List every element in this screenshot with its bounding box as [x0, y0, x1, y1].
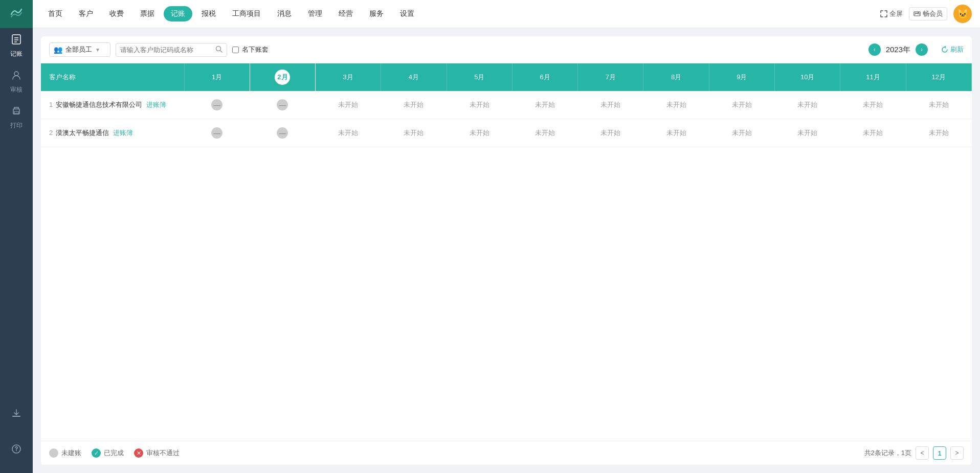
nav-management[interactable]: 管理 — [301, 6, 329, 21]
table-row: 2漠澳太平畅捷通信进账簿——未开始未开始未开始未开始未开始未开始未开始未开始未开… — [41, 119, 972, 147]
client-name: 安徽畅捷通信息技术有限公司 — [56, 101, 142, 108]
chevron-down-icon: ▼ — [95, 47, 100, 53]
total-records-text: 共2条记录，1页 — [864, 448, 911, 458]
legend-rejected-label: 审核不通过 — [146, 448, 180, 458]
review-icon — [11, 70, 22, 83]
user-avatar[interactable]: 🐱 — [953, 5, 972, 23]
status-dash-icon: — — [277, 99, 288, 110]
table-footer: 未建账 ✓ 已完成 ✕ 审核不通过 共2条记录，1页 < 1 > — [41, 441, 972, 465]
sidebar-item-support[interactable] — [0, 432, 33, 468]
nav-business[interactable]: 工商项目 — [225, 6, 268, 21]
status-dash-icon: — — [211, 127, 222, 139]
cell-mar-0: 未开始 — [316, 91, 381, 119]
row-index: 2 — [49, 129, 53, 137]
status-dash-icon: — — [211, 99, 222, 110]
cell-sep-0: 未开始 — [709, 91, 774, 119]
nav-message[interactable]: 消息 — [270, 6, 299, 21]
table-row: 1安徽畅捷通信息技术有限公司进账簿——未开始未开始未开始未开始未开始未开始未开始… — [41, 91, 972, 119]
search-icon[interactable] — [215, 46, 222, 54]
cell-may-0: 未开始 — [447, 91, 512, 119]
nav-home[interactable]: 首页 — [41, 6, 70, 21]
col-header-jun: 6月 — [512, 63, 577, 91]
table-header-row: 客户名称 1月 2月 3月 4月 5月 6月 7月 8月 9月 — [41, 63, 972, 91]
cell-jul-1: 未开始 — [578, 119, 643, 147]
cell-name-0: 1安徽畅捷通信息技术有限公司进账簿 — [41, 91, 184, 119]
cell-oct-0: 未开始 — [775, 91, 840, 119]
cell-nov-1: 未开始 — [840, 119, 906, 147]
legend-not-started-label: 未建账 — [61, 448, 81, 458]
refresh-icon — [941, 46, 948, 53]
nav-bookkeeping[interactable]: 记账 — [164, 6, 192, 21]
svg-rect-0 — [12, 35, 20, 44]
sidebar-item-review[interactable]: 审核 — [0, 64, 33, 100]
nav-operations[interactable]: 经营 — [331, 6, 360, 21]
page-current-number[interactable]: 1 — [933, 446, 946, 460]
cell-nov-0: 未开始 — [840, 91, 906, 119]
support-icon — [11, 443, 22, 457]
enter-ledger-link[interactable]: 进账簿 — [146, 101, 166, 108]
cell-apr-0: 未开始 — [381, 91, 447, 119]
cell-apr-1: 未开始 — [381, 119, 447, 147]
main-table: 客户名称 1月 2月 3月 4月 5月 6月 7月 8月 9月 — [41, 63, 972, 147]
nav-tax[interactable]: 报税 — [194, 6, 223, 21]
col-header-nov: 11月 — [840, 63, 906, 91]
cell-dec-0: 未开始 — [906, 91, 971, 119]
enter-ledger-link[interactable]: 进账簿 — [113, 129, 133, 137]
vip-button[interactable]: 畅会员 — [909, 7, 947, 20]
legend-green-dot: ✓ — [92, 448, 101, 458]
sidebar-item-download[interactable] — [0, 396, 33, 432]
legend-not-started: 未建账 — [49, 448, 81, 458]
employee-icon: 👥 — [54, 46, 62, 54]
sidebar-item-print-label: 打印 — [10, 121, 23, 130]
svg-point-9 — [16, 450, 17, 451]
topnav-right: 全屏 畅会员 🐱 — [880, 5, 972, 23]
fullscreen-label: 全屏 — [889, 9, 903, 18]
table-wrapper: 客户名称 1月 2月 3月 4月 5月 6月 7月 8月 9月 — [41, 63, 972, 441]
page-next-button[interactable]: > — [950, 446, 964, 460]
client-name: 漠澳太平畅捷通信 — [56, 129, 109, 137]
nav-settings[interactable]: 设置 — [393, 6, 421, 21]
myaccount-label: 名下账套 — [242, 45, 269, 54]
nav-billing[interactable]: 收费 — [102, 6, 131, 21]
col-header-oct: 10月 — [775, 63, 840, 91]
sidebar-item-print[interactable]: 打印 — [0, 100, 33, 136]
fullscreen-icon — [880, 10, 887, 17]
main-wrapper: 首页 客户 收费 票据 记账 报税 工商项目 消息 管理 经营 服务 设置 全屏 — [33, 0, 980, 473]
year-prev-button[interactable]: ‹ — [868, 43, 881, 56]
nav-client[interactable]: 客户 — [72, 6, 100, 21]
cell-jul-0: 未开始 — [578, 91, 643, 119]
cell-may-1: 未开始 — [447, 119, 512, 147]
sidebar-logo — [0, 0, 33, 28]
cell-sep-1: 未开始 — [709, 119, 774, 147]
search-input[interactable] — [120, 46, 212, 54]
cell-mar-1: 未开始 — [316, 119, 381, 147]
legend-completed: ✓ 已完成 — [92, 448, 124, 458]
nav-invoice[interactable]: 票据 — [133, 6, 162, 21]
col-header-name: 客户名称 — [41, 63, 184, 91]
content-area: 👥 全部员工 ▼ 名下账套 — [33, 28, 980, 473]
nav-service[interactable]: 服务 — [362, 6, 391, 21]
year-next-button[interactable]: › — [916, 43, 928, 56]
topnav-items: 首页 客户 收费 票据 记账 报税 工商项目 消息 管理 经营 服务 设置 — [41, 6, 880, 21]
cell-jan-0: — — [184, 91, 250, 119]
row-index: 1 — [49, 101, 53, 108]
employee-select-label: 全部员工 — [65, 45, 92, 54]
cell-feb-0: — — [250, 91, 315, 119]
svg-line-12 — [220, 50, 222, 52]
fullscreen-button[interactable]: 全屏 — [880, 9, 903, 18]
active-month-circle: 2月 — [275, 70, 290, 85]
sidebar-bottom — [0, 396, 33, 473]
vip-label: 畅会员 — [923, 9, 943, 18]
footer-pagination: 共2条记录，1页 < 1 > — [864, 446, 964, 460]
myaccount-checkbox[interactable] — [232, 47, 239, 53]
cell-jun-1: 未开始 — [512, 119, 577, 147]
page-prev-button[interactable]: < — [916, 446, 929, 460]
cell-jun-0: 未开始 — [512, 91, 577, 119]
sidebar-item-bookkeeping[interactable]: 记账 — [0, 28, 33, 64]
col-header-apr: 4月 — [381, 63, 447, 91]
cell-name-1: 2漠澳太平畅捷通信进账簿 — [41, 119, 184, 147]
employee-select[interactable]: 👥 全部员工 ▼ — [49, 42, 110, 57]
bookkeeping-icon — [11, 34, 22, 48]
myaccount-checkbox-label[interactable]: 名下账套 — [232, 45, 269, 54]
refresh-button[interactable]: 刷新 — [941, 45, 964, 54]
